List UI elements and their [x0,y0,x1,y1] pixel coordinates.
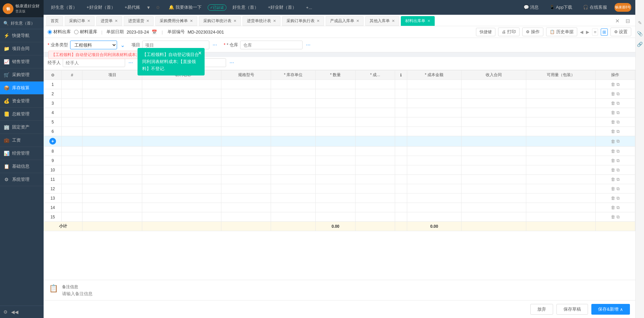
col-header-settings[interactable]: ⚙ [44,70,62,80]
sidebar-item-accounting[interactable]: 📒 总账管理 [0,108,44,121]
tab-close-purchase-stats[interactable]: ✕ [233,19,236,23]
delete-row-btn[interactable]: 🗑 [611,139,615,144]
copy-row-btn[interactable]: ⧉ [616,196,620,201]
tab-incoming-stats[interactable]: 进货单统计表 ✕ [243,16,280,26]
tab-other-inbound[interactable]: 其他入库单 ✕ [365,16,399,26]
topbar-item-haoyecai2[interactable]: +好业财（首） [265,3,300,12]
business-type-select[interactable]: 工程领料 直接领料 [70,41,117,49]
active-row-project-input[interactable] [64,137,80,145]
collapse-icon[interactable]: ◀◀ [11,309,18,315]
radio-outbound-input[interactable] [48,30,52,34]
copy-row-btn[interactable]: ⧉ [616,186,620,192]
right-panel-edit-icon[interactable]: ✎ [637,20,643,25]
tab-incoming[interactable]: 进货单 ✕ [96,16,122,26]
delete-row-btn[interactable]: 🗑 [611,110,615,115]
view-grid-btn[interactable]: ⊞ [601,29,608,36]
delete-row-btn[interactable]: 🗑 [611,91,615,96]
sidebar-search[interactable]: 🔍 好生意（首） [0,18,44,29]
sidebar-item-purchase[interactable]: 🛒 采购管理 [0,68,44,82]
note-input[interactable] [62,291,630,296]
warehouse-dots[interactable]: ··· [306,42,310,48]
sidebar-item-shortcut[interactable]: ⚡ 快捷导航 [0,29,44,42]
handler-input[interactable] [63,58,125,67]
tab-close-material-outbound[interactable]: ✕ [427,19,430,23]
radio-return-input[interactable] [74,30,78,34]
topbar-item-yidaizhang[interactable]: +易代账 [121,3,144,12]
tab-more-icon[interactable]: ⊟ [623,18,633,24]
add-row-btn[interactable]: + [49,138,56,145]
tab-close-purchase-exec[interactable]: ✕ [317,19,320,23]
settings-btn[interactable]: ⚙ 设置 [610,28,631,36]
copy-row-btn[interactable]: ⧉ [616,91,620,97]
tab-material-outbound[interactable]: 材料出库单 ✕ [401,16,435,26]
nav-prev-btn[interactable]: ◀ [580,30,583,35]
tab-purchase-exec[interactable]: 采购订单执行表 ✕ [282,16,324,26]
delete-row-btn[interactable]: 🗑 [611,196,615,201]
radio-return[interactable]: 材料退库 [74,29,97,35]
save-draft-btn[interactable]: 保存草稿 [556,304,588,315]
delete-row-btn[interactable]: 🗑 [611,205,615,210]
tab-close-incoming-return[interactable]: ✕ [146,19,149,23]
copy-row-btn[interactable]: ⧉ [616,101,620,106]
tab-purchase-fee[interactable]: 采购费用分摊单 ✕ [155,16,197,26]
sidebar-item-sales[interactable]: 📈 销售管理 [0,55,44,68]
topbar-online-service[interactable]: 🎧 在线客服 [580,3,610,12]
income-contract-dots[interactable]: ··· [229,60,234,66]
sidebar-item-fixed-assets[interactable]: 🏢 固定资产 [0,121,44,134]
tab-purchase-stats[interactable]: 采购订单统计表 ✕ [199,16,241,26]
tab-close-other-inbound[interactable]: ✕ [392,19,395,23]
active-row-material-input[interactable] [85,137,140,145]
tab-close-purchase-order[interactable]: ✕ [87,19,90,23]
copy-row-btn[interactable]: ⧉ [616,139,620,144]
copy-row-btn[interactable]: ⧉ [616,158,620,163]
sidebar-item-system[interactable]: ⚙ 系统管理 [0,173,44,186]
settings-bottom-icon[interactable]: ⚙ [3,309,8,315]
topbar-item-haoyecai[interactable]: +好业财（首） [83,3,119,12]
sidebar-item-inventory[interactable]: 📦 库存核算 [0,82,44,95]
sidebar-item-payroll[interactable]: 💼 工资 [0,134,44,147]
delete-row-btn[interactable]: 🗑 [611,214,615,219]
topbar-item-haoshengyi[interactable]: 好生意（首） [48,3,80,12]
copy-row-btn[interactable]: ⧉ [616,205,620,210]
delete-row-btn[interactable]: 🗑 [611,158,615,163]
history-order-btn[interactable]: 📋 历史单据 [546,28,577,36]
tooltip-close-btn[interactable]: ✕ [198,49,202,57]
right-panel-link-icon[interactable]: 🔗 [637,42,643,47]
tab-close-incoming-stats[interactable]: ✕ [273,19,276,23]
delete-row-btn[interactable]: 🗑 [611,119,615,124]
topbar-dropdown-icon[interactable]: ▼ [146,5,151,10]
tab-close-finished-goods[interactable]: ✕ [356,19,359,23]
tab-finished-goods[interactable]: 产成品入库单 ✕ [326,16,364,26]
delete-row-btn[interactable]: 🗑 [611,129,615,134]
tab-home[interactable]: 首页 [46,16,63,26]
table-cell[interactable] [62,136,83,147]
handler-dots[interactable]: ··· [128,60,133,66]
topbar-message[interactable]: 💬 消息 [520,3,542,12]
user-avatar[interactable]: 畅康通8号 [614,3,631,12]
copy-row-btn[interactable]: ⧉ [616,167,620,173]
radio-outbound[interactable]: 材料出库 [48,29,71,35]
delete-row-btn[interactable]: 🗑 [611,186,615,191]
business-type-dots[interactable]: ⌄ [120,42,125,48]
table-cell[interactable] [83,136,142,147]
right-panel-attachment-icon[interactable]: 📎 [637,31,643,36]
operation-btn[interactable]: ⚙ 操作 [522,28,543,36]
tab-purchase-order[interactable]: 采购订单 ✕ [65,16,95,26]
sidebar-item-operations[interactable]: 📊 经营管理 [0,147,44,160]
print-btn[interactable]: 🖨 打印 [498,28,520,36]
topbar-settings-icon[interactable]: ⚙ [156,5,160,10]
sidebar-item-basic-info[interactable]: 📋 基础信息 [0,160,44,173]
save-new-btn[interactable]: 保存&新增 ∧ [591,304,630,315]
copy-row-btn[interactable]: ⧉ [616,129,620,134]
copy-row-btn[interactable]: ⧉ [616,82,620,87]
delete-row-btn[interactable]: 🗑 [611,101,615,106]
tab-close-all[interactable]: ✕ [612,18,622,24]
topbar-item-haoshengyi2[interactable]: 好生意（首） [229,3,262,12]
copy-row-btn[interactable]: ⧉ [616,110,620,115]
copy-row-btn[interactable]: ⧉ [616,177,620,182]
discard-btn[interactable]: 放弃 [530,304,553,315]
topbar-item-experience[interactable]: 🔔 我要体验一下 [165,3,205,12]
nav-next-btn[interactable]: ▶ [586,30,589,35]
tab-incoming-return[interactable]: 进货退货 ✕ [124,16,154,26]
delete-row-btn[interactable]: 🗑 [611,177,615,182]
